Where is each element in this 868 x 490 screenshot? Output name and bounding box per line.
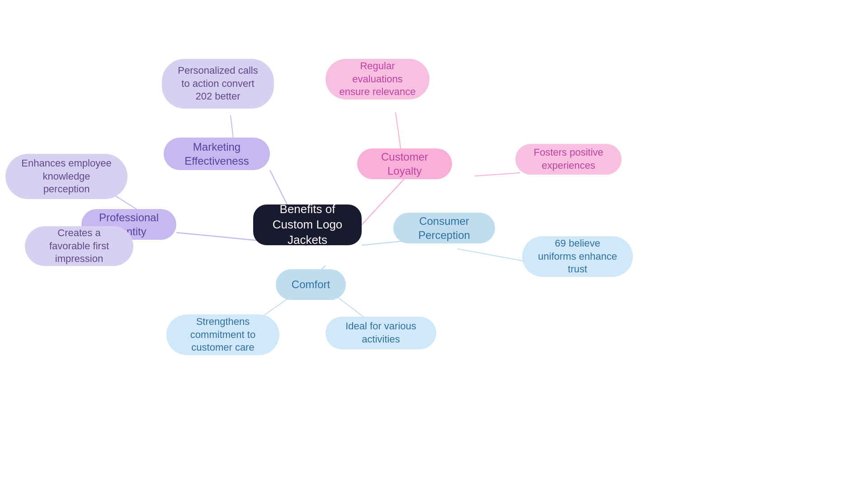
fosters-node: Fosters positive experiences <box>515 144 622 175</box>
consumer-node: Consumer Perception <box>393 213 495 243</box>
svg-line-7 <box>475 173 520 176</box>
customer-loyalty-node: Customer Loyalty <box>357 148 452 179</box>
personalized-node: Personalized calls to action convert 202… <box>162 59 274 109</box>
uniforms-node: 69 believe uniforms enhance trust <box>522 236 633 277</box>
enhances-node: Enhances employee knowledge perception <box>5 154 127 199</box>
regular-eval-node: Regular evaluations ensure relevance <box>326 59 429 100</box>
favorable-node: Creates a favorable first impression <box>25 226 133 266</box>
marketing-node: Marketing Effectiveness <box>164 138 270 170</box>
commitment-node: Strengthens commitment to customer care <box>166 314 279 355</box>
center-node: Benefits of Custom Logo Jackets <box>253 205 362 245</box>
svg-line-12 <box>458 249 531 262</box>
various-node: Ideal for various activities <box>326 317 436 349</box>
mind-map-container: Benefits of Custom Logo Jackets Marketin… <box>0 0 868 490</box>
svg-line-11 <box>362 241 407 245</box>
comfort-node: Comfort <box>276 269 346 300</box>
